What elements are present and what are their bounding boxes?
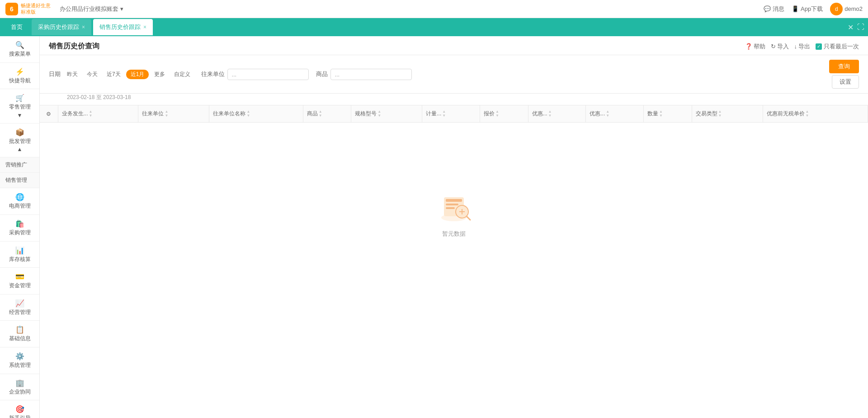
message-button[interactable]: 💬 消息 <box>764 5 784 13</box>
table-header-biz-date[interactable]: 业务发生... ▲▼ <box>58 105 138 123</box>
main-layout: 🔍 搜索菜单 ⚡ 快捷导航 🛒 零售管理 ▼ 📦 批发管理 ▲ 营销推广 销售管… <box>0 36 868 418</box>
help-button[interactable]: ❓ 帮助 <box>745 43 765 51</box>
tab-sales-label: 销售历史价跟踪 <box>99 23 141 31</box>
tab-sales-history[interactable]: 销售历史价跟踪 × <box>93 19 153 35</box>
date-btn-more[interactable]: 更多 <box>151 70 169 79</box>
col-biz-date-label: 业务发生... <box>62 110 88 118</box>
table-header-deal-type[interactable]: 交易类型 ▲▼ <box>692 105 763 123</box>
sidebar-item-finance[interactable]: 💳 资金管理 <box>0 268 39 294</box>
sidebar-item-system[interactable]: ⚙️ 系统管理 <box>0 347 39 374</box>
table-header-goods[interactable]: 商品 ▲▼ <box>303 105 351 123</box>
sidebar-item-search-label: 搜索菜单 <box>9 51 31 58</box>
wholesale-icon: 📦 <box>15 128 24 137</box>
svg-rect-2 <box>446 199 462 202</box>
import-icon: ↻ <box>771 43 776 50</box>
col-partner-code-label: 往来单位 <box>142 110 164 118</box>
query-button[interactable]: 查询 <box>829 60 859 73</box>
sidebar-item-operation-label: 经营管理 <box>9 309 31 316</box>
tab-sales-close[interactable]: × <box>143 24 146 30</box>
col-deal-type-label: 交易类型 <box>696 110 717 118</box>
table-header-qty[interactable]: 数量 ▲▼ <box>643 105 692 123</box>
sidebar-item-ecom[interactable]: 🌐 电商管理 <box>0 188 39 215</box>
sidebar-sub-item-sales[interactable]: 销售管理 <box>0 173 39 188</box>
close-window-icon[interactable]: ✕ <box>848 23 854 32</box>
partner-input[interactable]: ... <box>227 69 309 80</box>
sidebar-item-basic-label: 基础信息 <box>9 335 31 342</box>
sidebar-item-search[interactable]: 🔍 搜索菜单 <box>0 36 39 63</box>
export-button[interactable]: ↓ 导出 <box>794 43 811 51</box>
sidebar-item-basic[interactable]: 📋 基础信息 <box>0 321 39 347</box>
sidebar-item-inventory[interactable]: 📊 库存核算 <box>0 242 39 268</box>
sidebar-item-purchase[interactable]: 🛍️ 采购管理 <box>0 215 39 242</box>
partner-filter: 往来单位 ... <box>201 69 309 80</box>
table-header-discount2[interactable]: 优惠... ▲▼ <box>586 105 644 123</box>
import-label: 导入 <box>777 43 789 51</box>
empty-illustration <box>436 188 472 224</box>
system-icon: ⚙️ <box>15 352 24 361</box>
table-header-no-tax-price[interactable]: 优惠前无税单价 ▲▼ <box>763 105 868 123</box>
table-header-price[interactable]: 报价 ▲▼ <box>480 105 528 123</box>
sidebar-item-enterprise-label: 企业协同 <box>9 389 31 396</box>
search-icon: 🔍 <box>15 41 24 49</box>
svg-rect-4 <box>446 207 455 209</box>
username: demo2 <box>844 5 863 12</box>
setting-button[interactable]: 设置 <box>832 75 859 89</box>
app-title-selector[interactable]: 办公用品行业模拟账套 ▾ <box>60 5 123 13</box>
sidebar-item-guide[interactable]: 🎯 新手引导 <box>0 400 39 418</box>
partner-placeholder: ... <box>231 71 236 78</box>
table-header-unit[interactable]: 计量... ▲▼ <box>422 105 480 123</box>
top-bar-left: 6 畅捷通好生意 标准版 办公用品行业模拟账套 ▾ <box>5 3 123 15</box>
user-area[interactable]: d demo2 <box>830 3 863 15</box>
sidebar-sub-wholesale: 营销推广 销售管理 <box>0 157 39 188</box>
table-header-partner-name[interactable]: 往来单位名称 ▲▼ <box>209 105 303 123</box>
sidebar-item-enterprise[interactable]: 🏢 企业协同 <box>0 374 39 401</box>
date-btn-1month[interactable]: 近1月 <box>126 70 149 79</box>
page-actions: ❓ 帮助 ↻ 导入 ↓ 导出 ✓ 只看最后一次 <box>745 43 859 51</box>
sidebar-sub-item-marketing[interactable]: 营销推广 <box>0 157 39 173</box>
table-header-spec[interactable]: 规格型号 ▲▼ <box>351 105 422 123</box>
sort-discount1-icon: ▲▼ <box>548 110 552 118</box>
date-btn-custom[interactable]: 自定义 <box>170 70 194 79</box>
tab-purchase-close[interactable]: × <box>82 24 85 30</box>
sort-partner-code-icon: ▲▼ <box>165 110 168 118</box>
tab-purchase-label: 采购历史价跟踪 <box>38 23 79 31</box>
message-label: 消息 <box>773 5 784 13</box>
logo-icon: 6 <box>5 3 18 15</box>
sidebar-item-wholesale[interactable]: 📦 批发管理 ▲ <box>0 124 39 158</box>
table-header-partner-code[interactable]: 往来单位 ▲▼ <box>138 105 209 123</box>
col-unit-label: 计量... <box>426 110 441 118</box>
sidebar-item-operation[interactable]: 📈 经营管理 <box>0 294 39 321</box>
date-btn-yesterday[interactable]: 昨天 <box>63 70 81 79</box>
page-title: 销售历史价查询 <box>49 42 99 51</box>
goods-input[interactable]: ... <box>330 69 412 80</box>
date-btn-today[interactable]: 今天 <box>83 70 101 79</box>
sidebar-item-retail[interactable]: 🛒 零售管理 ▼ <box>0 89 39 124</box>
sort-biz-date-icon: ▲▼ <box>89 110 93 118</box>
help-icon: ❓ <box>745 43 752 50</box>
message-icon: 💬 <box>764 5 771 12</box>
empty-state: 暂元数据 <box>40 123 868 304</box>
empty-text: 暂元数据 <box>442 230 466 238</box>
import-button[interactable]: ↻ 导入 <box>771 43 789 51</box>
quick-icon: ⚡ <box>15 67 24 76</box>
table-header-gear[interactable]: ⚙ <box>40 105 58 123</box>
avatar: d <box>830 3 843 15</box>
content-area: 销售历史价查询 ❓ 帮助 ↻ 导入 ↓ 导出 ✓ 只看最后一次 <box>40 36 868 418</box>
table-header-row: ⚙ 业务发生... ▲▼ 往来单位 <box>40 105 868 123</box>
sidebar-item-quick[interactable]: ⚡ 快捷导航 <box>0 63 39 90</box>
sidebar-item-purchase-label: 采购管理 <box>9 229 31 237</box>
sidebar-item-ecom-label: 电商管理 <box>9 203 31 210</box>
goods-filter: 商品 ... <box>316 69 412 80</box>
tab-purchase-history[interactable]: 采购历史价跟踪 × <box>32 19 91 35</box>
sidebar-item-retail-label: 零售管理 <box>9 104 31 111</box>
app-download-label: App下载 <box>801 5 823 13</box>
data-table: ⚙ 业务发生... ▲▼ 往来单位 <box>40 105 868 304</box>
only-last-checkbox[interactable]: ✓ 只看最后一次 <box>816 43 859 51</box>
app-download-button[interactable]: 📱 App下载 <box>792 5 823 13</box>
tab-home[interactable]: 首页 <box>4 18 30 36</box>
sidebar-item-inventory-label: 库存核算 <box>9 256 31 263</box>
maximize-icon[interactable]: ⛶ <box>857 23 864 31</box>
table-header-discount1[interactable]: 优惠... ▲▼ <box>528 105 586 123</box>
partner-label: 往来单位 <box>201 70 225 78</box>
date-btn-7days[interactable]: 近7天 <box>103 70 124 79</box>
